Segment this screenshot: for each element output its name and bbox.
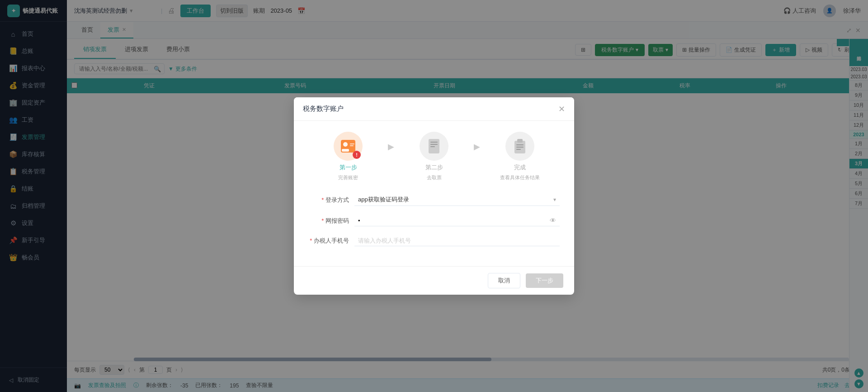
- password-label: * 网报密码: [308, 217, 349, 225]
- svg-rect-2: [342, 149, 349, 152]
- modal-close-button[interactable]: ✕: [558, 105, 565, 113]
- step2-icon-wrap: [420, 132, 448, 161]
- svg-rect-4: [350, 145, 354, 146]
- login-method-dropdown-icon: ▾: [553, 196, 556, 203]
- svg-rect-3: [350, 143, 354, 144]
- step2-document-icon: [425, 137, 443, 155]
- required-mark: *: [321, 196, 324, 203]
- step-1: ! 第一步 完善账密: [308, 132, 388, 181]
- step1-icon-wrap: !: [334, 132, 363, 161]
- svg-point-1: [343, 142, 348, 147]
- login-method-select[interactable]: app获取验证码登录 ▾: [354, 194, 560, 206]
- modal-header: 税务数字账户 ✕: [294, 97, 574, 121]
- password-input[interactable]: [358, 217, 550, 224]
- step1-badge: !: [353, 151, 361, 159]
- modal-body: ! 第一步 完善账密 ▶: [294, 121, 574, 266]
- phone-input[interactable]: [354, 235, 560, 246]
- cancel-button[interactable]: 取消: [488, 273, 520, 288]
- svg-rect-12: [516, 147, 524, 148]
- step3-desc: 查看具体任务结果: [500, 174, 540, 181]
- required-mark-ph: *: [310, 237, 312, 244]
- step3-clipboard-icon: [511, 137, 529, 155]
- phone-label: * 办税人手机号: [308, 237, 349, 245]
- svg-rect-8: [430, 146, 435, 147]
- phone-row: * 办税人手机号: [308, 235, 560, 246]
- svg-rect-6: [430, 142, 438, 143]
- step-arrow-2: ▶: [474, 132, 480, 152]
- svg-rect-13: [516, 149, 521, 150]
- next-button[interactable]: 下一步: [526, 273, 563, 288]
- step2-desc: 去取票: [427, 174, 442, 181]
- step3-title: 完成: [514, 163, 526, 172]
- eye-toggle-icon[interactable]: 👁: [550, 217, 556, 224]
- step-2: 第二步 去取票: [394, 132, 474, 181]
- step-3: 完成 查看具体任务结果: [480, 132, 560, 181]
- login-method-label: * 登录方式: [308, 196, 349, 204]
- main-content: 沈海英测试经营勿删 ▾ | 🖨 工作台 切到旧版 账期 2023-05 📅 🎧 …: [67, 0, 868, 392]
- svg-rect-10: [517, 139, 523, 143]
- step-arrow-1: ▶: [388, 132, 394, 152]
- step2-title: 第二步: [425, 163, 443, 172]
- login-method-value: app获取验证码登录: [358, 196, 409, 204]
- modal-footer: 取消 下一步: [294, 266, 574, 295]
- step1-title: 第一步: [340, 163, 357, 172]
- svg-rect-7: [430, 144, 438, 145]
- password-field-wrap: 👁: [354, 215, 560, 226]
- steps: ! 第一步 完善账密 ▶: [308, 132, 560, 181]
- svg-rect-11: [516, 144, 524, 145]
- modal-backdrop[interactable]: 税务数字账户 ✕: [67, 0, 868, 392]
- password-row: * 网报密码 👁: [308, 215, 560, 226]
- step1-desc: 完善账密: [338, 174, 358, 181]
- required-mark-pw: *: [321, 217, 324, 224]
- step3-icon-wrap: [505, 132, 534, 161]
- modal-tax-account: 税务数字账户 ✕: [294, 97, 574, 295]
- login-method-row: * 登录方式 app获取验证码登录 ▾: [308, 194, 560, 206]
- modal-title: 税务数字账户: [303, 105, 344, 113]
